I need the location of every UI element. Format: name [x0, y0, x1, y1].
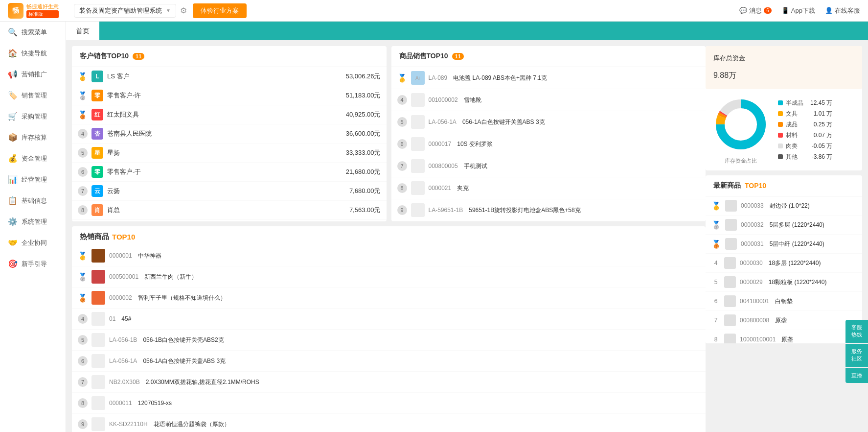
sidebar-item-collab[interactable]: 🤝 企业协同 — [0, 232, 66, 253]
avatar: 杏 — [91, 128, 103, 140]
list-item: 🥇 0000001 中华神器 — [72, 245, 706, 266]
product-name: 电池盖 LA-089 ABS本色+黑种 7.1克 — [453, 74, 547, 82]
customer-value: 7,563.00元 — [349, 206, 381, 215]
phone-icon: 📱 — [781, 7, 789, 14]
top-header: 畅 畅捷通好生意 标准版 装备及固定资产辅助管理系统 ▼ ⚙ 体验行业方案 💬 … — [0, 0, 868, 22]
tab-home[interactable]: 首页 — [66, 22, 99, 40]
hot-products-header: 热销商品 TOP10 — [72, 226, 706, 245]
legend-value-stationery: 1.01 万 — [814, 110, 833, 118]
customer-value: 51,183.00元 — [346, 91, 381, 100]
product-image — [725, 238, 737, 250]
product-rankings-list[interactable]: 🥇 Ai LA-089 电池盖 LA-089 ABS本色+黑种 7.1克 4 0… — [391, 67, 706, 221]
product-name: 10S 变利罗浆 — [457, 140, 493, 148]
sidebar-item-guide[interactable]: 🎯 新手引导 — [0, 253, 66, 274]
newest-products-list[interactable]: 🥇 0000033 封边带 (1.0*22) 🥈 0000032 5层多层 (1… — [706, 196, 862, 343]
rank-number: 7 — [78, 186, 88, 196]
avatar: 零 — [91, 90, 103, 101]
product-image — [724, 295, 736, 307]
online-service-item[interactable]: 👤 在线客服 — [825, 6, 860, 15]
product-name: 智利车子里（规格不知道填什么） — [138, 294, 226, 302]
customer-value: 7,680.00元 — [349, 187, 381, 195]
list-item: 4 0000030 18多层 (1220*2440) — [706, 254, 862, 273]
table-row: 4 杏 苍南县人民医院 36,600.00元 — [72, 124, 387, 144]
sidebar-item-finance[interactable]: 💰 资金管理 — [0, 148, 66, 169]
float-btn-community[interactable]: 服务社区 — [845, 344, 868, 367]
gold-medal-icon: 🥇 — [78, 72, 88, 81]
nav-tabs: 首页 — [66, 22, 868, 40]
newest-products-panel: 最新商品 TOP10 🥇 0000033 封边带 (1.0*22) 🥈 0000… — [706, 175, 862, 343]
logo-area: 畅 畅捷通好生意 标准版 — [8, 3, 74, 19]
inventory-title: 库存总资金 — [713, 54, 854, 63]
float-btn-hotline[interactable]: 客服热线 — [845, 320, 868, 343]
content-area: 客户销售TOP10 11 🥇 L LS 客户 53,006.26元 🥈 — [66, 40, 868, 432]
float-btn-live[interactable]: 直播 — [845, 368, 868, 383]
product-code: KK-SD22110H — [109, 421, 148, 428]
legend-color-other — [778, 154, 783, 159]
rank-number: 9 — [397, 205, 407, 215]
table-row: 🥈 零 零售客户-许 51,183.00元 — [72, 86, 387, 105]
inventory-value: 9.88 — [713, 71, 729, 79]
product-image — [724, 257, 736, 269]
gold-medal-icon: 🥇 — [78, 251, 88, 261]
product-code: NB2.0X30B — [109, 379, 140, 385]
customer-name: 零售客户-于 — [107, 168, 342, 176]
customer-rankings-list[interactable]: 🥇 L LS 客户 53,006.26元 🥈 零 零售客户-许 51,183.0… — [72, 67, 387, 220]
search-icon: 🔍 — [8, 27, 18, 37]
sidebar-item-marketing[interactable]: 📢 营销推广 — [0, 64, 66, 85]
purchase-icon: 🛒 — [8, 112, 18, 121]
customer-value: 53,006.26元 — [346, 72, 381, 81]
product-code: 0000030 — [740, 260, 763, 266]
gold-medal-icon: 🥇 — [397, 73, 407, 83]
product-code: 0000001 — [109, 252, 132, 259]
sidebar-item-search[interactable]: 🔍 搜索菜单 — [0, 22, 66, 43]
product-image — [411, 159, 425, 173]
avatar: 肖 — [91, 204, 103, 216]
rank-number: 9 — [78, 419, 88, 429]
rank-number: 4 — [711, 260, 720, 266]
sidebar-item-sales[interactable]: 🏷️ 销售管理 — [0, 85, 66, 106]
legend-item-other: 其他 -3.86 万 — [778, 153, 832, 161]
table-row: 5 LA-056-1A 056-1A白色按键开关盖ABS 3克 — [391, 111, 706, 133]
avatar: L — [91, 71, 103, 82]
product-name: 056-1B白色按键开关壳ABS2克 — [143, 336, 224, 344]
logo-icon: 畅 — [8, 3, 23, 19]
sidebar-item-basics[interactable]: 📋 基础信息 — [0, 190, 66, 211]
legend-value-meat: -0.05 万 — [812, 142, 833, 150]
sidebar-collab-label: 企业协同 — [22, 239, 47, 247]
sidebar-item-shortcut[interactable]: 🏠 快捷导航 — [0, 43, 66, 64]
product-code: 0000021 — [429, 185, 452, 192]
system-name: 装备及固定资产辅助管理系统 — [79, 6, 162, 15]
rank-number: 6 — [397, 139, 407, 149]
system-selector[interactable]: 装备及固定资产辅助管理系统 ▼ — [74, 4, 176, 18]
legend-item-meat: 肉类 -0.05 万 — [778, 142, 832, 150]
sidebar-item-system[interactable]: ⚙️ 系统管理 — [0, 211, 66, 232]
rank-number: 8 — [711, 336, 720, 343]
product-name: 中华神器 — [138, 252, 161, 260]
product-image — [91, 333, 105, 347]
customer-count-badge: 11 — [133, 53, 144, 60]
bronze-medal-icon: 🥉 — [78, 110, 88, 120]
product-code: 0000017 — [429, 141, 452, 147]
sidebar-item-inventory[interactable]: 📦 库存核算 — [0, 127, 66, 148]
top-panels-row: 客户销售TOP10 11 🥇 L LS 客户 53,006.26元 🥈 — [72, 46, 706, 221]
product-code: 0000032 — [741, 221, 764, 228]
rank-number: 5 — [78, 335, 88, 345]
product-image — [411, 93, 425, 107]
donut-chart — [711, 95, 770, 154]
sidebar-item-purchase[interactable]: 🛒 采购管理 — [0, 106, 66, 127]
legend-item-finished: 成品 0.25 万 — [778, 120, 832, 129]
home-icon: 🏠 — [8, 48, 18, 58]
donut-chart-area: 库存资金占比 — [711, 95, 770, 165]
sidebar-basics-label: 基础信息 — [22, 196, 47, 205]
message-item[interactable]: 💬 消息 6 — [739, 6, 772, 15]
settings-icon[interactable]: ⚙ — [180, 6, 187, 15]
customer-name: 肖总 — [107, 206, 345, 215]
list-item: 8 10000100001 原垄 — [706, 330, 862, 343]
app-download-item[interactable]: 📱 App下载 — [781, 6, 815, 15]
trial-button[interactable]: 体验行业方案 — [193, 3, 247, 18]
legend-label-semi: 半成品 — [786, 99, 803, 107]
product-image — [91, 396, 105, 410]
customer-name: 苍南县人民医院 — [107, 129, 342, 138]
sidebar-item-operations[interactable]: 📊 经营管理 — [0, 169, 66, 190]
marketing-icon: 📢 — [8, 70, 18, 79]
